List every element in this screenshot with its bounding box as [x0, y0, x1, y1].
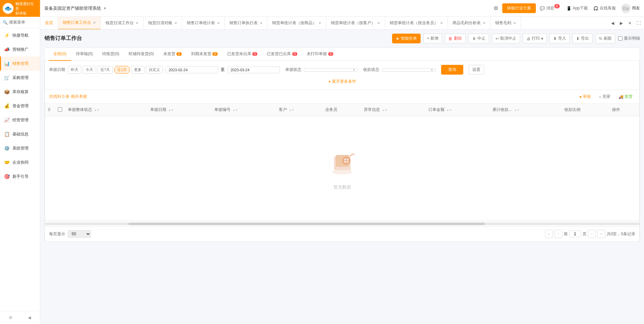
sidebar-item-enterprise[interactable]: 🤝 企业协同: [0, 155, 40, 169]
system-dropdown-icon[interactable]: ▾: [104, 6, 106, 11]
tab-cash-daily[interactable]: 钱货日清工作台 ✕: [101, 17, 143, 30]
filter-tab-pending-review[interactable]: 待审核(0): [71, 48, 98, 61]
settings-bottom-btn[interactable]: ⚙: [3, 314, 19, 321]
horizontal-scrollbar[interactable]: [45, 221, 639, 226]
tab-sales-profit[interactable]: 销售毛利 ✕: [490, 17, 521, 30]
tab-sales-summary-staff[interactable]: 销货单统计表（按业务员） ✕: [385, 17, 448, 30]
filter-tab-not-shipped[interactable]: 未发货 0: [159, 48, 186, 61]
smart-create-btn[interactable]: ★ 智能生单: [392, 34, 421, 43]
sort-customer-icon[interactable]: ▲▼: [289, 109, 294, 112]
date-custom-btn[interactable]: 自定义: [146, 66, 163, 74]
user-menu[interactable]: Ea 用友: [621, 4, 640, 13]
tab-sales-exec[interactable]: 销售订单执行表 ✕: [225, 17, 267, 30]
filter-tab-pending-inspect[interactable]: 待拣货(0): [97, 48, 124, 61]
status-select[interactable]: ▾: [304, 68, 358, 72]
delete-btn[interactable]: 🗑 删除: [445, 34, 466, 43]
tab-prev-btn[interactable]: ◀: [608, 19, 616, 27]
col-checkbox[interactable]: [55, 104, 65, 116]
tab-close-gross-margin[interactable]: ✕: [483, 21, 485, 25]
sidebar-item-sales[interactable]: 📊 销售管理: [0, 56, 40, 71]
sidebar-item-purchase[interactable]: 🛒 采购管理: [0, 71, 40, 85]
search-query-btn[interactable]: 查询: [441, 65, 463, 75]
date-7days-btn[interactable]: 近7天: [97, 66, 113, 74]
tab-close-summary-customer[interactable]: ✕: [377, 21, 380, 25]
date-from-input[interactable]: [166, 67, 218, 73]
scroll-thumb[interactable]: [128, 222, 485, 225]
filter-tab-overdue-not-shipped[interactable]: 到期未发货 0: [186, 48, 222, 61]
cancel-pause-btn[interactable]: ↩ 取消中止: [492, 34, 520, 43]
print-btn[interactable]: 🖨 打印 ▾: [523, 34, 547, 43]
online-service-btn[interactable]: 🎧 在线客服: [593, 5, 616, 11]
sort-received-icon[interactable]: ▲▼: [514, 109, 520, 112]
sort-number-icon[interactable]: ▲▼: [233, 109, 238, 112]
payment-select[interactable]: ▾: [382, 68, 436, 72]
date-1month-btn[interactable]: 近1月: [114, 66, 130, 74]
date-yesterday-btn[interactable]: 昨天: [68, 66, 81, 74]
page-first-btn[interactable]: «: [545, 230, 553, 238]
sort-exception-icon[interactable]: ▲▼: [382, 109, 388, 112]
page-next-btn[interactable]: ›: [588, 230, 596, 238]
expand-conditions-btn[interactable]: ▾ 展开更多条件: [49, 77, 635, 86]
tab-fullscreen-btn[interactable]: ⛶: [635, 19, 643, 27]
print-dropdown-icon[interactable]: ▾: [541, 36, 543, 41]
tab-sales-summary-customer[interactable]: 销货单统计表（按客户） ✕: [326, 17, 385, 30]
page-number-input[interactable]: [569, 231, 581, 237]
sidebar-item-sys-mgmt[interactable]: ⚙️ 系统管理: [0, 141, 40, 155]
tab-sales-workbench[interactable]: 销售订单工作台 ✕: [58, 17, 101, 30]
tab-gross-margin[interactable]: 商品毛利分析表 ✕: [448, 17, 490, 30]
add-btn[interactable]: + 新增: [423, 34, 442, 43]
sidebar-search[interactable]: 🔍 搜索菜单: [0, 17, 40, 28]
tab-sales-stats[interactable]: 销售订单统计表 ✕: [182, 17, 225, 30]
sort-amount-icon[interactable]: ▲▼: [446, 109, 452, 112]
sort-date-icon[interactable]: ▲▼: [168, 109, 174, 112]
app-download-btn[interactable]: 📱 App下载: [566, 5, 588, 11]
message-btn[interactable]: 💬 消息 6: [540, 5, 561, 11]
tab-home[interactable]: 首页: [40, 17, 58, 30]
quick-cancel-review-btn[interactable]: ○ 充审: [596, 93, 613, 100]
import-btn[interactable]: ⬆ 导入: [550, 34, 570, 43]
filter-tab-not-printed[interactable]: 未打印单据 0: [302, 48, 338, 61]
select-all-checkbox[interactable]: [58, 107, 62, 112]
collapse-btn[interactable]: ◀: [22, 314, 38, 321]
tab-close-summary-staff[interactable]: ✕: [440, 21, 443, 25]
show-detail-checkbox-label[interactable]: 显示明细: [618, 36, 640, 41]
page-prev-btn[interactable]: ‹: [554, 230, 562, 238]
show-detail-checkbox[interactable]: [618, 36, 622, 41]
quick-review-btn[interactable]: ● 审核: [577, 93, 594, 100]
sidebar-item-marketing[interactable]: 📣 营销推广: [0, 42, 40, 56]
tab-close-sales-workbench[interactable]: ✕: [93, 21, 96, 25]
tab-close-all-btn[interactable]: ✕: [626, 19, 634, 27]
tab-close-summary-product[interactable]: ✕: [318, 21, 321, 25]
tab-close-sales-profit[interactable]: ✕: [513, 21, 516, 25]
header-settings-icon[interactable]: ⚙: [493, 5, 498, 11]
sidebar-item-shortcut[interactable]: ⚡ 快捷导航: [0, 28, 40, 42]
refresh-btn[interactable]: ↻ 刷新: [595, 34, 615, 43]
experience-button[interactable]: 体验行业方案: [502, 3, 536, 13]
tab-close-sales-stats[interactable]: ✕: [217, 21, 220, 25]
tab-cash-reconcile[interactable]: 钱货日清对账 ✕: [143, 17, 182, 30]
sidebar-item-finance[interactable]: 💰 资金管理: [0, 99, 40, 113]
pause-btn[interactable]: ⏸ 中止: [468, 34, 489, 43]
tab-close-cash-reconcile[interactable]: ✕: [174, 21, 177, 25]
filter-tab-wangpu[interactable]: 旺铺待发货(0): [124, 48, 159, 61]
date-today-btn[interactable]: 今天: [83, 66, 96, 74]
filter-tab-all[interactable]: 全部(0): [49, 48, 71, 61]
tab-next-btn[interactable]: ▶: [617, 19, 625, 27]
search-settings-btn[interactable]: 设置: [469, 65, 484, 75]
tab-close-cash-daily[interactable]: ✕: [136, 21, 138, 25]
page-size-select[interactable]: 50 10 20 100: [68, 230, 91, 238]
filter-tab-shipped-not-warehoused[interactable]: 已发货未出库 0: [222, 48, 262, 61]
quick-ship-btn[interactable]: 🚚 发货: [616, 93, 635, 100]
export-btn[interactable]: ⬇ 导出: [572, 34, 593, 43]
sidebar-item-basic-info[interactable]: 📋 基础信息: [0, 127, 40, 141]
date-more-btn[interactable]: 更多: [131, 66, 144, 74]
sidebar-item-operations[interactable]: 📈 经营管理: [0, 113, 40, 127]
tab-close-sales-exec[interactable]: ✕: [260, 21, 262, 25]
sort-status-icon[interactable]: ▲▼: [94, 109, 99, 112]
filter-tab-shipped-warehoused[interactable]: 已发货已出库 0: [262, 48, 302, 61]
sidebar-item-guide[interactable]: 🎯 新手引导: [0, 169, 40, 184]
sidebar-item-inventory[interactable]: 📦 库存核算: [0, 85, 40, 99]
page-last-btn[interactable]: »: [597, 230, 605, 238]
tab-sales-summary-product[interactable]: 销货单统计表（按商品） ✕: [267, 17, 326, 30]
date-to-input[interactable]: [227, 67, 280, 73]
